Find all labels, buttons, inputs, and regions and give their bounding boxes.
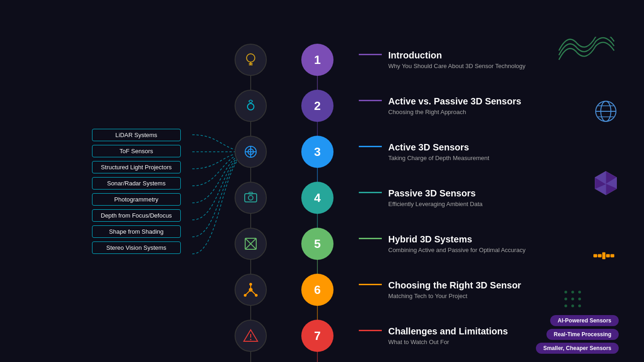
globe-decoration (593, 99, 619, 126)
right-text-6: Choosing the Right 3D SensorMatching Tec… (388, 279, 521, 299)
right-text-1: IntroductionWhy You Should Care About 3D… (388, 49, 525, 69)
right-item-2: Active vs. Passive 3D SensorsChoosing th… (359, 90, 525, 136)
right-item-6: Choosing the Right 3D SensorMatching Tec… (359, 274, 525, 320)
section-title-3: Active 3D Sensors (388, 141, 489, 153)
right-item-5: Hybrid 3D SystemsCombining Active and Pa… (359, 228, 525, 274)
h-line-4 (359, 192, 382, 193)
left-tag-6: Shape from Shading (92, 225, 181, 238)
num-circle-6: 6 (301, 274, 334, 306)
svg-point-45 (571, 291, 574, 293)
svg-point-44 (564, 291, 567, 293)
svg-point-48 (571, 298, 574, 300)
num-circle-5: 5 (301, 228, 334, 260)
h-line-6 (359, 284, 382, 285)
section-subtitle-2: Choosing the Right Approach (388, 109, 521, 115)
right-item-7: Challenges and LimitationsWhat to Watch … (359, 320, 525, 362)
right-text-4: Passive 3D SensorsEfficiently Leveraging… (388, 187, 483, 207)
h-line-2 (359, 100, 382, 101)
connector-6 (250, 306, 251, 320)
left-tag-0: LiDAR Systems (92, 129, 181, 141)
svg-point-10 (248, 195, 253, 200)
bottom-tag-2: Smaller, Cheaper Sensors (536, 343, 619, 354)
num-circle-3: 3 (301, 136, 334, 168)
section-title-7: Challenges and Limitations (388, 325, 508, 337)
bottom-tags-container: AI-Powered SensorsReal-Time ProcessingSm… (536, 315, 619, 354)
num-line-2 (317, 122, 318, 136)
svg-point-46 (578, 291, 581, 293)
left-tag-2: Structured Light Projectors (92, 161, 181, 173)
icon-circle-2 (235, 90, 267, 122)
right-content-col: IntroductionWhy You Should Care About 3D… (359, 44, 525, 362)
section-subtitle-5: Combining Active and Passive for Optimal… (388, 247, 525, 253)
icon-circle-6 (235, 274, 267, 306)
dots-decoration (561, 287, 589, 312)
icon-circle-3 (235, 136, 267, 168)
section-subtitle-1: Why You Should Care About 3D Sensor Tech… (388, 63, 525, 69)
page-title (0, 0, 644, 13)
connector-4 (250, 214, 251, 228)
connector-2 (250, 122, 251, 136)
right-text-5: Hybrid 3D SystemsCombining Active and Pa… (388, 233, 525, 253)
num-line-3 (317, 168, 318, 182)
svg-line-20 (251, 290, 256, 295)
svg-point-52 (578, 305, 581, 307)
section-title-6: Choosing the Right 3D Sensor (388, 279, 521, 291)
num-line-1 (317, 76, 318, 90)
connector-7 (250, 352, 251, 362)
svg-rect-9 (245, 194, 257, 202)
num-line-6 (317, 306, 318, 320)
h-line-7 (359, 330, 382, 331)
left-tag-1: ToF Sensors (92, 145, 181, 157)
left-tag-5: Depth from Focus/Defocus (92, 209, 181, 222)
right-item-3: Active 3D SensorsTaking Charge of Depth … (359, 136, 525, 182)
icon-circle-5 (235, 228, 267, 260)
connector-3 (250, 168, 251, 182)
bottom-tag-0: AI-Powered Sensors (550, 315, 619, 326)
right-item-1: IntroductionWhy You Should Care About 3D… (359, 44, 525, 90)
icon-circle-7 (235, 320, 267, 352)
num-circle-1: 1 (301, 44, 334, 76)
left-tags-container: LiDAR SystemsToF SensorsStructured Light… (92, 129, 181, 254)
svg-point-24 (250, 339, 252, 340)
left-tag-3: Sonar/Radar Systems (92, 177, 181, 190)
svg-point-0 (247, 54, 255, 62)
svg-rect-41 (602, 252, 605, 259)
left-tag-4: Photogrammetry (92, 193, 181, 206)
h-line-3 (359, 146, 382, 147)
icon-circle-1 (235, 44, 267, 76)
svg-point-47 (564, 298, 567, 300)
h-line-1 (359, 54, 382, 55)
right-item-4: Passive 3D SensorsEfficiently Leveraging… (359, 182, 525, 228)
num-line-5 (317, 260, 318, 274)
num-circle-2: 2 (301, 90, 334, 122)
num-circle-4: 4 (301, 182, 334, 214)
right-text-3: Active 3D SensorsTaking Charge of Depth … (388, 141, 489, 161)
num-line-4 (317, 214, 318, 228)
section-title-1: Introduction (388, 49, 525, 61)
segment-decoration (593, 169, 619, 199)
section-subtitle-7: What to Watch Out For (388, 339, 508, 345)
number-col: 12345678 (301, 44, 334, 362)
section-title-4: Passive 3D Sensors (388, 187, 483, 199)
bottom-tag-1: Real-Time Processing (546, 329, 619, 340)
center-icons-col (235, 44, 267, 362)
right-text-7: Challenges and LimitationsWhat to Watch … (388, 325, 508, 345)
num-line-7 (317, 352, 318, 362)
left-tag-7: Stereo Vision Systems (92, 241, 181, 254)
h-line-5 (359, 238, 382, 239)
section-subtitle-3: Taking Charge of Depth Measurement (388, 155, 489, 161)
section-subtitle-6: Matching Tech to Your Project (388, 293, 521, 299)
section-title-5: Hybrid 3D Systems (388, 233, 525, 245)
connector-5 (250, 260, 251, 274)
svg-point-4 (247, 103, 254, 110)
svg-point-50 (564, 305, 567, 307)
icon-circle-4 (235, 182, 267, 214)
right-text-2: Active vs. Passive 3D SensorsChoosing th… (388, 95, 521, 115)
connector-1 (250, 76, 251, 90)
svg-rect-43 (610, 254, 614, 258)
svg-point-51 (571, 305, 574, 307)
svg-rect-40 (598, 254, 602, 258)
section-subtitle-4: Efficiently Leveraging Ambient Data (388, 201, 483, 207)
svg-rect-42 (606, 254, 610, 258)
wave-decoration (557, 37, 616, 66)
